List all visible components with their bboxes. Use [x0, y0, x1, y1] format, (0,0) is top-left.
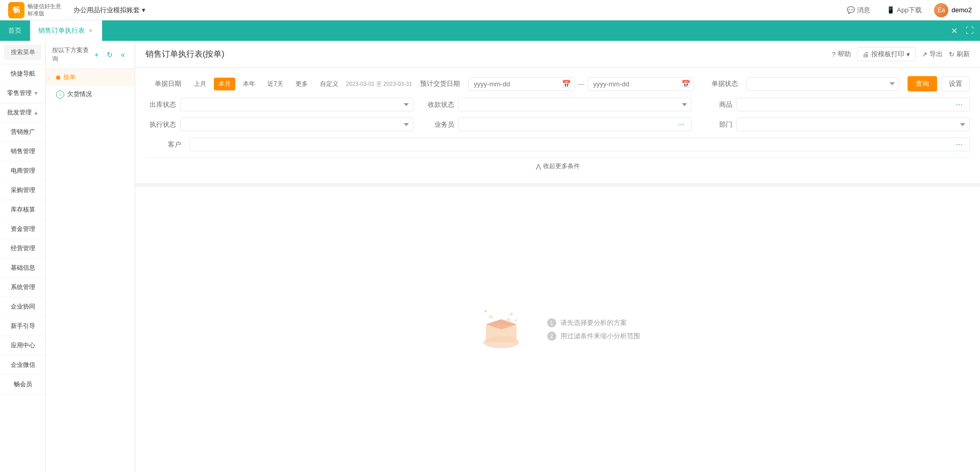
help-button[interactable]: ? 帮助	[832, 50, 851, 59]
svg-point-2	[489, 315, 493, 319]
svg-text:✦: ✦	[483, 309, 487, 314]
tab-sales-order[interactable]: 销售订单执行表 ×	[30, 20, 102, 41]
goods-input[interactable]	[737, 98, 970, 111]
query-button[interactable]: 查询	[908, 76, 937, 91]
maximize-icon[interactable]: ⛶	[964, 24, 976, 37]
print-button[interactable]: 🖨 按模板打印 ▾	[857, 47, 916, 61]
app-download-button[interactable]: 📱 App下载	[883, 4, 926, 17]
goods-label: 商品	[702, 100, 732, 109]
tab-home[interactable]: 首页	[0, 20, 30, 41]
chevron-down-icon: ▼	[34, 90, 39, 96]
sidebar-group-retail: 零售管理 ▼	[0, 84, 45, 103]
sidebar-item-ecommerce[interactable]: 电商管理	[0, 161, 45, 181]
sidebar-item-member[interactable]: 畅会员	[0, 375, 45, 394]
chevron-down-icon: ▾	[142, 6, 145, 14]
page-actions: ? 帮助 🖨 按模板打印 ▾ ↗ 导出 ↻ 刷新	[832, 47, 970, 61]
collapse-panel-button[interactable]: «	[117, 49, 129, 60]
date-tab-this-year[interactable]: 本年	[238, 78, 260, 90]
sidebar-item-enterprise[interactable]: 企业协同	[0, 297, 45, 317]
expected-date-end-input[interactable]	[587, 77, 694, 91]
left-panel: 按以下方案查询 + ↻ « 按单 ○ 欠货情况	[46, 41, 135, 472]
collapse-filter-button[interactable]: ⋀ 收起更多条件	[145, 157, 970, 175]
tab-close-button[interactable]: ×	[88, 26, 93, 35]
calendar-icon-2: 📅	[681, 80, 690, 88]
sidebar-item-appcenter[interactable]: 应用中心	[0, 336, 45, 356]
filter-row-3: 执行状态 业务员 ··· 部门	[145, 117, 970, 131]
filter-panel: 单据日期 上月 本月 本年 近7天 更多 自定义 2023-03-01 至 20…	[135, 68, 980, 183]
date-tab-more[interactable]: 更多	[291, 78, 312, 90]
staff-input[interactable]	[458, 117, 692, 131]
date-tab-custom[interactable]: 自定义	[315, 78, 343, 90]
close-window-icon[interactable]: ✕	[949, 24, 960, 38]
calendar-icon: 📅	[562, 80, 571, 88]
left-panel-item-shortage[interactable]: ○ 欠货情况	[46, 86, 135, 103]
export-icon: ↗	[922, 51, 927, 58]
date-tab-this-month[interactable]: 本月	[214, 78, 235, 90]
collect-status-filter: 收款状态	[424, 98, 692, 111]
sidebar-item-system[interactable]: 系统管理	[0, 278, 45, 297]
svg-text:✦: ✦	[514, 318, 518, 323]
active-dot-icon	[56, 76, 60, 80]
refresh-button[interactable]: ↻ 刷新	[949, 50, 970, 59]
company-selector[interactable]: 办公用品行业模拟账套 ▾	[69, 4, 150, 17]
empty-illustration: ✦ ✦	[476, 304, 527, 355]
add-scheme-button[interactable]: +	[91, 49, 102, 60]
left-panel-actions: + ↻ «	[91, 49, 129, 60]
settings-button[interactable]: 设置	[941, 76, 970, 91]
chevron-up-icon: ▲	[34, 110, 39, 115]
print-icon: 🖨	[863, 51, 869, 58]
customer-input[interactable]	[189, 137, 970, 151]
sidebar-item-sales[interactable]: 销售管理	[0, 142, 45, 161]
sidebar-item-basic[interactable]: 基础信息	[0, 258, 45, 278]
expected-date-input-group: 📅 — 📅	[468, 77, 694, 91]
out-status-select[interactable]	[180, 98, 413, 111]
export-button[interactable]: ↗ 导出	[922, 50, 943, 59]
logo-text: 畅捷信好生意 标准版	[28, 3, 61, 16]
refresh-scheme-button[interactable]: ↻	[104, 49, 115, 60]
sidebar-item-shortcut[interactable]: 快捷导航	[0, 64, 45, 84]
filter-row-2: 出库状态 收款状态 商品 ···	[145, 98, 970, 111]
expected-date-start-field: 📅	[468, 77, 575, 91]
date-tab-last-month[interactable]: 上月	[189, 78, 211, 90]
out-status-label: 出库状态	[145, 100, 176, 109]
sidebar-item-marketing[interactable]: 营销推广	[0, 123, 45, 142]
filter-row-4: 客户 ···	[145, 137, 970, 151]
sidebar-item-finance[interactable]: 资金管理	[0, 220, 45, 239]
message-icon: 💬	[847, 6, 855, 14]
sidebar-search-area: 搜索菜单	[0, 41, 45, 64]
sidebar-item-operations[interactable]: 经营管理	[0, 239, 45, 258]
status-select[interactable]	[746, 77, 899, 91]
left-panel-item-order[interactable]: 按单	[46, 69, 135, 86]
expected-date-label: 预计交货日期	[420, 79, 460, 88]
sidebar-group-retail-header[interactable]: 零售管理 ▼	[0, 84, 45, 103]
expected-date-start-input[interactable]	[468, 77, 575, 91]
date-tab-7days[interactable]: 近7天	[263, 78, 288, 90]
refresh-icon: ↻	[949, 51, 954, 58]
svg-point-3	[510, 313, 513, 316]
dept-select[interactable]	[737, 117, 970, 131]
sidebar-item-inventory[interactable]: 库存核算	[0, 200, 45, 220]
sidebar-group-wholesale-header[interactable]: 批发管理 ▲	[0, 103, 45, 122]
date-filter-group: 上月 本月 本年 近7天 更多 自定义 2023-03-01 至 2023-03…	[189, 78, 412, 90]
circle-icon: ○	[56, 90, 64, 99]
customer-label: 客户	[145, 140, 181, 149]
top-right-actions: 💬 消息 📱 App下载 Ea demo2	[843, 3, 972, 17]
sidebar-item-newuser[interactable]: 新手引导	[0, 317, 45, 336]
customer-dots-icon[interactable]: ···	[953, 139, 966, 150]
message-button[interactable]: 💬 消息	[843, 4, 874, 17]
dept-label: 部门	[702, 120, 732, 129]
search-menu-button[interactable]: 搜索菜单	[4, 45, 41, 60]
staff-dots-icon[interactable]: ···	[675, 119, 688, 130]
exec-status-filter: 执行状态	[145, 117, 413, 131]
sidebar: 搜索菜单 快捷导航 零售管理 ▼ 批发管理 ▲ 营销推广 销售管理 电商管理 采…	[0, 41, 46, 472]
sidebar-item-purchase[interactable]: 采购管理	[0, 181, 45, 200]
exec-status-select[interactable]	[180, 117, 413, 131]
page-header: 销售订单执行表(按单) ? 帮助 🖨 按模板打印 ▾ ↗ 导出 ↻ 刷新	[135, 41, 980, 68]
sidebar-item-wechat[interactable]: 企业微信	[0, 356, 45, 375]
empty-hint-2: 2 用过滤条件来缩小分析范围	[547, 332, 640, 341]
empty-hint-1: 1 请先选择要分析的方案	[547, 318, 640, 327]
collect-status-select[interactable]	[458, 98, 692, 111]
tab-bar: 首页 销售订单执行表 × ✕ ⛶	[0, 20, 980, 41]
goods-dots-icon[interactable]: ···	[953, 99, 966, 110]
user-avatar-area[interactable]: Ea demo2	[934, 3, 972, 17]
